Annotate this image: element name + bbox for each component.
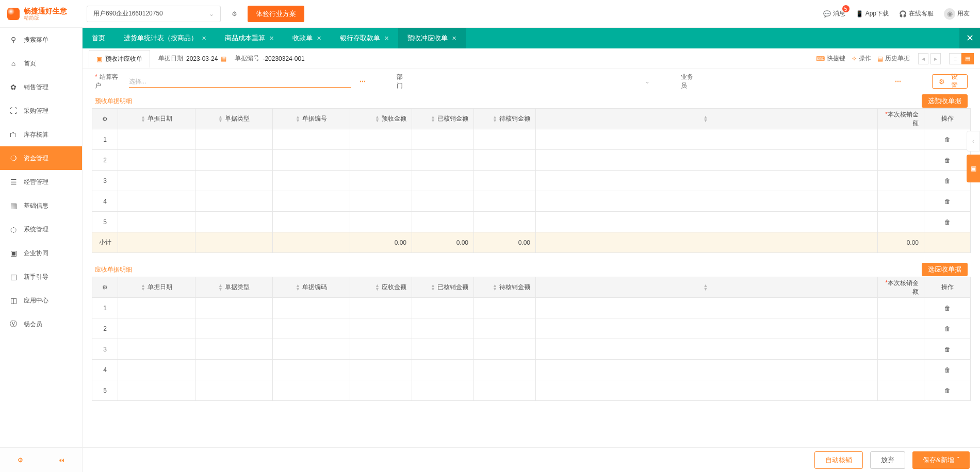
calendar-icon[interactable]: ▦ xyxy=(221,55,226,62)
col-date[interactable]: ▲▼单据日期 xyxy=(118,109,195,129)
table-row[interactable]: 4🗑 xyxy=(92,360,971,380)
trash-icon[interactable]: 🗑 xyxy=(924,171,971,191)
collapse-icon[interactable]: ⏮ xyxy=(58,457,64,464)
table-row[interactable]: 1🗑 xyxy=(92,129,971,150)
discard-button[interactable]: 放弃 xyxy=(870,451,905,469)
table-row[interactable]: 3🗑 xyxy=(92,171,971,191)
account-selector[interactable]: 用户690企业1660120750 ⌄ xyxy=(87,6,221,22)
col-amt[interactable]: ▲▼预收金额 xyxy=(350,109,412,129)
select-receivable-button[interactable]: 选应收单据 xyxy=(922,263,968,276)
close-icon[interactable]: ✕ xyxy=(317,35,321,42)
col-pending[interactable]: ▲▼待核销金额 xyxy=(474,277,536,298)
doc-tab[interactable]: ▣ 预收冲应收单 xyxy=(89,50,150,68)
prev-doc[interactable]: ◂ xyxy=(918,53,928,64)
col-written[interactable]: ▲▼已核销金额 xyxy=(412,109,474,129)
shortcuts-link[interactable]: ⌨快捷键 xyxy=(816,54,845,63)
sales-more-icon[interactable]: ⋯ xyxy=(895,78,901,85)
table-row[interactable]: 2🗑 xyxy=(92,150,971,171)
side-helper[interactable]: ▣ xyxy=(967,155,980,182)
col-this[interactable]: *本次核销金额 xyxy=(878,109,924,129)
tab-receipt[interactable]: 收款单✕ xyxy=(283,28,331,48)
sidebar-item-collab[interactable]: ▣企业协同 xyxy=(0,241,82,265)
trash-icon[interactable]: 🗑 xyxy=(924,360,971,380)
trash-icon[interactable]: 🗑 xyxy=(924,212,971,232)
select-prepay-button[interactable]: 选预收单据 xyxy=(922,94,968,108)
online-service-link[interactable]: 🎧 在线客服 xyxy=(899,9,934,18)
sidebar-item-business[interactable]: ☰经营管理 xyxy=(0,170,82,194)
sidebar-item-sales[interactable]: ✿销售管理 xyxy=(0,75,82,99)
gear-icon[interactable]: ⚙ xyxy=(228,10,240,18)
col-written[interactable]: ▲▼已核销金额 xyxy=(412,277,474,298)
table-row[interactable]: 3🗑 xyxy=(92,339,971,360)
sidebar-item-finance[interactable]: ❍资金管理 xyxy=(0,146,82,170)
view-mode-list[interactable]: ≡ xyxy=(949,53,961,64)
col-code[interactable]: ▲▼单据编码 xyxy=(273,277,350,298)
table-row[interactable]: 2🗑 xyxy=(92,318,971,339)
trash-icon[interactable]: 🗑 xyxy=(924,150,971,171)
sidebar-item-member[interactable]: Ⓥ畅会员 xyxy=(0,312,82,336)
col-spacer[interactable]: ▲▼ xyxy=(536,277,878,298)
customer-input[interactable] xyxy=(129,76,352,88)
form-row: *结算客户 ⋯ 部门 ⌄ 业务员 ⋯ ⚙设置 xyxy=(83,69,980,94)
sidebar-item-system[interactable]: ◌系统管理 xyxy=(0,217,82,241)
col-amt[interactable]: ▲▼应收金额 xyxy=(350,277,412,298)
history-link[interactable]: ▤历史单据 xyxy=(877,54,910,63)
app-download-link[interactable]: 📱 App下载 xyxy=(856,9,889,18)
close-icon[interactable]: ✕ xyxy=(202,35,206,42)
sidebar-item-apps[interactable]: ◫应用中心 xyxy=(0,289,82,312)
auto-writeoff-button[interactable]: 自动核销 xyxy=(814,451,863,469)
trash-icon[interactable]: 🗑 xyxy=(924,380,971,401)
table-row[interactable]: 5🗑 xyxy=(92,380,971,401)
col-this[interactable]: *本次核销金额 xyxy=(878,277,924,298)
col-date[interactable]: ▲▼单据日期 xyxy=(118,277,195,298)
col-type[interactable]: ▲▼单据类型 xyxy=(195,109,273,129)
close-icon[interactable]: ✕ xyxy=(269,35,274,42)
tab-cost-recalc[interactable]: 商品成本重算✕ xyxy=(216,28,283,48)
trash-icon[interactable]: 🗑 xyxy=(924,191,971,212)
sidebar-item-home[interactable]: ⌂首页 xyxy=(0,52,82,75)
close-icon[interactable]: ✕ xyxy=(452,35,456,42)
trash-icon[interactable]: 🗑 xyxy=(924,339,971,360)
tab-purchase-stats[interactable]: 进货单统计表（按商品）✕ xyxy=(115,28,216,48)
messages-link[interactable]: 💬 消息 5 xyxy=(823,9,845,18)
settings-icon[interactable]: ⚙ xyxy=(18,457,23,464)
save-and-new-button[interactable]: 保存&新增 ˆ xyxy=(912,451,970,469)
top-header: 畅捷通好生意 精简版 用户690企业1660120750 ⌄ ⚙ 体验行业方案 … xyxy=(0,0,980,28)
sidebar-item-search[interactable]: ⚲搜索菜单 xyxy=(0,28,82,52)
trash-icon[interactable]: 🗑 xyxy=(924,129,971,150)
sidebar-item-inventory[interactable]: ⛫库存核算 xyxy=(0,123,82,146)
table-row[interactable]: 4🗑 xyxy=(92,191,971,212)
col-type[interactable]: ▲▼单据类型 xyxy=(195,277,273,298)
dept-input[interactable] xyxy=(414,76,637,88)
column-config-icon[interactable]: ⚙ xyxy=(92,277,118,298)
tab-bank[interactable]: 银行存取款单✕ xyxy=(331,28,398,48)
trial-button[interactable]: 体验行业方案 xyxy=(248,6,304,22)
wrench-icon: ✧ xyxy=(852,55,857,62)
next-doc[interactable]: ▸ xyxy=(930,53,941,64)
headset-icon: 🎧 xyxy=(899,10,907,18)
sidebar-item-basic[interactable]: ▦基础信息 xyxy=(0,194,82,217)
sidebar-item-guide[interactable]: ▤新手引导 xyxy=(0,265,82,289)
trash-icon[interactable]: 🗑 xyxy=(924,318,971,339)
sidebar-item-purchase[interactable]: ⛶采购管理 xyxy=(0,99,82,123)
tab-offset[interactable]: 预收冲应收单✕ xyxy=(398,28,466,48)
customer-more-icon[interactable]: ⋯ xyxy=(360,78,366,85)
table-row[interactable]: 1🗑 xyxy=(92,298,971,318)
column-config-icon[interactable]: ⚙ xyxy=(92,109,118,129)
view-mode-form[interactable]: ▤ xyxy=(961,53,974,64)
settings-button[interactable]: ⚙设置 xyxy=(932,74,968,89)
col-pending[interactable]: ▲▼待核销金额 xyxy=(474,109,536,129)
tab-home[interactable]: 首页 xyxy=(83,28,115,48)
trash-icon[interactable]: 🗑 xyxy=(924,298,971,318)
user-menu[interactable]: ◉ 用友 xyxy=(944,8,970,20)
side-panel-toggle[interactable]: ‹ xyxy=(967,131,980,151)
sort-icon: ▲▼ xyxy=(141,284,145,291)
chevron-down-icon[interactable]: ⌄ xyxy=(645,78,650,85)
col-spacer[interactable]: ▲▼ xyxy=(536,109,878,129)
sales-input[interactable] xyxy=(705,76,887,88)
table-row[interactable]: 5🗑 xyxy=(92,212,971,232)
col-num[interactable]: ▲▼单据编号 xyxy=(273,109,350,129)
close-all-tabs[interactable]: ✕ xyxy=(959,28,980,48)
close-icon[interactable]: ✕ xyxy=(384,35,389,42)
operate-link[interactable]: ✧操作 xyxy=(852,54,871,63)
